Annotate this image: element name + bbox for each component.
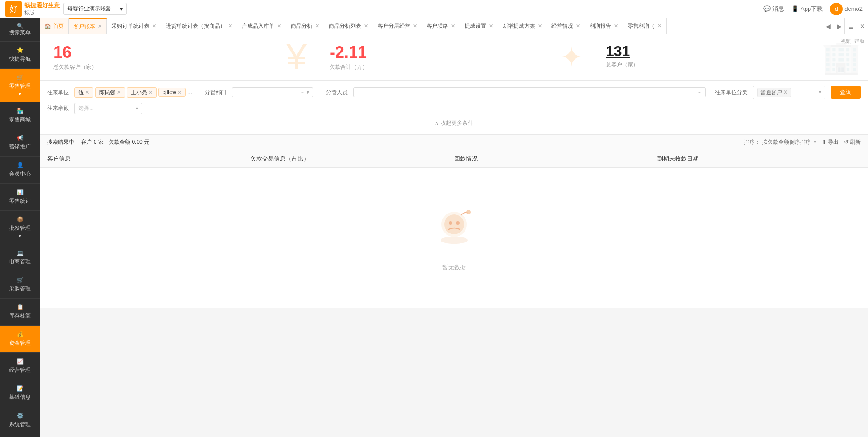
sidebar-item-marketing[interactable]: 📢 营销推广 — [0, 129, 40, 157]
result-actions: 排序： 按欠款金额倒序排序 ▾ ⬆ 导出 ↺ 刷新 — [744, 138, 861, 146]
remove-tag-wu[interactable]: ✕ — [85, 90, 89, 95]
tab-customer-account[interactable]: 客户账本 ✕ — [69, 18, 107, 34]
sidebar-item-purchase[interactable]: 🛒 采购管理 — [0, 271, 40, 299]
retail-icon: 🛒 — [17, 74, 24, 81]
filter-tag-wu: 伍 ✕ — [74, 87, 93, 98]
filter-area: 往来单位 伍 ✕ 陈民强 ✕ 王小亮 ✕ — [40, 81, 868, 135]
tab-prev-button[interactable]: ◀ — [823, 18, 834, 34]
sidebar-item-retail-mall[interactable]: 🏪 零售商城 — [0, 102, 40, 129]
video-link[interactable]: 视频 — [841, 38, 851, 45]
app-download-button[interactable]: 📱 App下载 — [791, 5, 823, 13]
logo-icon: 好 — [5, 1, 22, 17]
wholesale-icon: 📦 — [17, 216, 24, 223]
empty-state: 暂无数据 — [40, 168, 868, 308]
home-icon: 🏠 — [44, 23, 51, 29]
svg-point-3 — [449, 221, 452, 225]
tab-new-raise-plan[interactable]: 新增提成方案 ✕ — [498, 18, 547, 34]
tab-product-analysis[interactable]: 商品分析 ✕ — [286, 18, 324, 34]
close-icon[interactable]: ✕ — [315, 23, 319, 29]
download-icon: 📱 — [791, 5, 799, 12]
topbar-right: 💬 消息 📱 App下载 d demo2 — [763, 3, 863, 15]
collapse-button[interactable]: ∧ 收起更多条件 — [47, 118, 861, 129]
refresh-button[interactable]: ↺ 刷新 — [844, 138, 861, 146]
table-col-date: 到期未收款日期 — [657, 155, 861, 163]
table-area: 客户信息 欠款交易信息（占比） 回款情况 到期未收款日期 — [40, 150, 868, 308]
sidebar-item-enterprise-collab[interactable]: 🤝 企业协同 — [0, 434, 40, 437]
filter-tag-cj: cjttcw ✕ — [158, 88, 186, 97]
close-icon[interactable]: ✕ — [451, 23, 455, 29]
sidebar-item-member[interactable]: 👤 会员中心 — [0, 157, 40, 184]
sidebar-search[interactable]: 🔍 搜索菜单 — [0, 18, 40, 42]
unit-filter-label: 往来单位 — [47, 89, 69, 96]
close-icon[interactable]: ✕ — [98, 24, 102, 29]
topbar: 好 畅捷通好生意 标版 母婴行业演示账套 ▾ 💬 消息 📱 App下载 d de… — [0, 0, 868, 18]
ecommerce-icon: 💻 — [17, 250, 24, 256]
workspace-select[interactable]: 母婴行业演示账套 ▾ — [63, 3, 127, 15]
remove-unit-type[interactable]: ✕ — [783, 89, 788, 95]
tab-raise-settings[interactable]: 提成设置 ✕ — [460, 18, 498, 34]
tab-close-all-button[interactable]: ✕ — [857, 18, 868, 34]
close-icon[interactable]: ✕ — [152, 23, 156, 29]
close-icon[interactable]: ✕ — [489, 23, 493, 29]
messages-button[interactable]: 💬 消息 — [763, 5, 784, 13]
sidebar-item-retail-stats[interactable]: 📊 零售统计 — [0, 184, 40, 211]
tab-product-analysis-list[interactable]: 商品分析列表 ✕ — [324, 18, 373, 34]
export-button[interactable]: ⬆ 导出 — [822, 138, 839, 146]
stat-card-debt-total: ✦ -2.11 欠款合计（万） — [316, 34, 592, 80]
unit-type-label: 往来单位分类 — [715, 89, 748, 96]
tab-customer-tier[interactable]: 客户分层经营 ✕ — [373, 18, 422, 34]
close-icon[interactable]: ✕ — [614, 23, 618, 29]
close-icon[interactable]: ✕ — [657, 23, 662, 29]
sidebar-item-ecommerce[interactable]: 💻 电商管理 — [0, 244, 40, 271]
user-avatar[interactable]: d demo2 — [830, 3, 863, 15]
capital-icon: 💰 — [17, 331, 24, 337]
arrow-icon: ▼ — [18, 92, 22, 96]
help-link[interactable]: 帮助 — [854, 38, 864, 45]
page-content: ¥ 16 总欠款客户（家） ✦ -2.11 欠款合计（万） 🏢 131 总客户（… — [40, 34, 868, 437]
tabbar: 🏠 首页 客户账本 ✕ 采购订单统计表 ✕ 进货单统计表（按商品） ✕ 产成品入… — [40, 18, 868, 34]
sidebar-item-wholesale[interactable]: 📦 批发管理 ▼ — [0, 211, 40, 244]
close-icon[interactable]: ✕ — [364, 23, 368, 29]
balance-arrow-icon: ▾ — [136, 106, 138, 111]
person-select[interactable]: ··· — [353, 87, 706, 97]
sidebar-item-operation[interactable]: 📈 经营管理 — [0, 353, 40, 380]
tab-next-button[interactable]: ▶ — [834, 18, 844, 34]
close-icon[interactable]: ✕ — [277, 23, 281, 29]
star-icon: ⭐ — [17, 47, 24, 53]
tab-minimize-button[interactable]: 🗕 — [844, 18, 857, 34]
remove-tag-chen[interactable]: ✕ — [117, 90, 121, 95]
sidebar-item-basic-info[interactable]: 📝 基础信息 — [0, 380, 40, 407]
close-icon[interactable]: ✕ — [538, 23, 542, 29]
sort-select[interactable]: 排序： 按欠款金额倒序排序 ▾ — [744, 138, 816, 146]
more-tags-button[interactable]: ... — [187, 89, 192, 95]
table-col-debt: 欠款交易信息（占比） — [250, 155, 454, 163]
query-button[interactable]: 查询 — [831, 86, 861, 99]
sidebar-item-capital[interactable]: 💰 资金管理 — [0, 326, 40, 353]
filter-tags-unit: 伍 ✕ 陈民强 ✕ 王小亮 ✕ cjttcw ✕ — [74, 87, 192, 98]
tab-operation-status[interactable]: 经营情况 ✕ — [547, 18, 585, 34]
tab-product-purchase[interactable]: 产成品入库单 ✕ — [237, 18, 286, 34]
sidebar-item-quick-nav[interactable]: ⭐ 快捷导航 — [0, 42, 40, 69]
svg-point-5 — [466, 210, 471, 214]
tab-customer-contact[interactable]: 客户联络 ✕ — [422, 18, 460, 34]
remove-tag-cj[interactable]: ✕ — [177, 90, 182, 95]
svg-point-2 — [444, 214, 464, 234]
remove-tag-wang[interactable]: ✕ — [149, 90, 153, 95]
dept-select[interactable]: ··· ▾ — [232, 87, 313, 97]
tab-purchase-order[interactable]: 采购订单统计表 ✕ — [107, 18, 161, 34]
tab-retail-profit[interactable]: 零售利润（ ✕ — [623, 18, 667, 34]
sidebar-item-inventory[interactable]: 📋 库存核算 — [0, 299, 40, 326]
sidebar-item-system[interactable]: ⚙️ 系统管理 — [0, 407, 40, 434]
tab-stock-stats[interactable]: 进货单统计表（按商品） ✕ — [161, 18, 237, 34]
unit-type-select[interactable]: 普通客户 ✕ ▾ — [753, 86, 825, 99]
close-icon[interactable]: ✕ — [576, 23, 580, 29]
sidebar-item-retail-mgmt[interactable]: 🛒 零售管理 ▼ — [0, 69, 40, 102]
stat-card-customers: 🏢 131 总客户（家） 视频 帮助 — [592, 34, 868, 80]
close-icon[interactable]: ✕ — [228, 23, 232, 29]
tab-home[interactable]: 🏠 首页 — [40, 18, 69, 34]
balance-select[interactable]: 选择... ▾ — [74, 103, 142, 114]
svg-point-0 — [441, 237, 468, 244]
tab-profit-report[interactable]: 利润报告 ✕ — [585, 18, 623, 34]
message-icon: 💬 — [763, 5, 771, 12]
close-icon[interactable]: ✕ — [413, 23, 417, 29]
